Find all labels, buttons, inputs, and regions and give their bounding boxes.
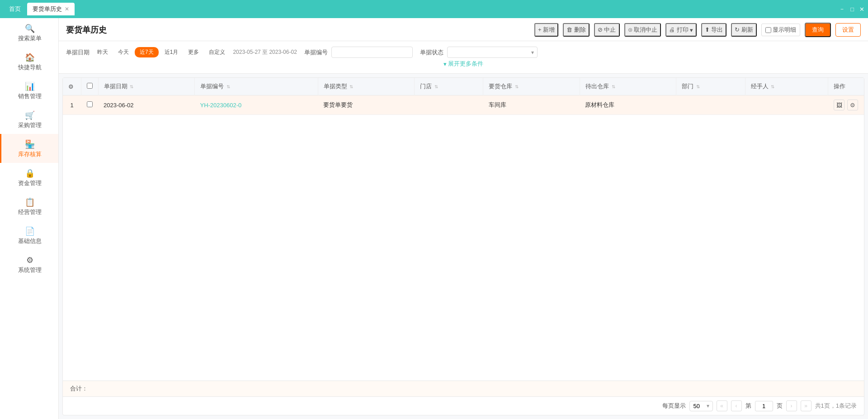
tab-home[interactable]: 首页 (4, 3, 26, 15)
date-btn-last1month[interactable]: 近1月 (160, 47, 183, 57)
filter-area: 单据日期 昨天 今天 近7天 近1月 更多 自定义 2023-05-27 至 2… (59, 41, 868, 74)
view-icon: 🖼 (836, 102, 842, 109)
tab-requisition-history-label: 要货单历史 (33, 5, 62, 13)
row-checkbox[interactable] (87, 101, 93, 107)
sidebar-item-sales[interactable]: 📊 销售管理 (0, 76, 58, 105)
display-detail-label: 显示明细 (773, 26, 796, 34)
sort-pending-warehouse-icon: ⇅ (612, 84, 615, 89)
doc-no-input[interactable] (331, 47, 413, 58)
settings-button[interactable]: 设置 (835, 23, 861, 37)
th-ops-label: 操作 (834, 83, 845, 90)
table-row: 1 2023-06-02 YH-20230602-0 要货单要货 车间库 原材料… (63, 95, 864, 115)
page-size-select-wrapper: 10 20 50 100 (689, 401, 713, 411)
th-doc-no-label: 单据编号 (200, 83, 224, 90)
sort-store-icon: ⇅ (434, 84, 438, 89)
th-doc-no[interactable]: 单据编号 ⇅ (194, 78, 318, 95)
th-store[interactable]: 门店 ⇅ (415, 78, 483, 95)
top-bar: 首页 要货单历史 ✕ － □ ✕ (0, 0, 868, 18)
row-view-btn[interactable]: 🖼 (834, 100, 844, 110)
display-detail-toggle[interactable]: 显示明细 (761, 24, 800, 36)
window-maximize-btn[interactable]: □ (850, 6, 854, 13)
export-button[interactable]: ⬆ 导出 (701, 23, 727, 37)
sys-mgmt-icon: ⚙ (26, 256, 33, 264)
status-label: 单据状态 (420, 48, 443, 57)
sort-doc-date-icon: ⇅ (130, 84, 133, 89)
date-btn-more[interactable]: 更多 (184, 47, 203, 57)
page-last-btn[interactable]: » (801, 400, 811, 411)
filter-row: 单据日期 昨天 今天 近7天 近1月 更多 自定义 2023-05-27 至 2… (66, 47, 861, 58)
data-table: ⚙ 单据日期 ⇅ 单据编号 ⇅ (63, 78, 864, 115)
date-filter-buttons: 昨天 今天 近7天 近1月 更多 自定义 (93, 47, 229, 57)
tab-close-icon[interactable]: ✕ (65, 6, 69, 12)
th-checkbox[interactable] (81, 78, 98, 95)
toolbar: + 新增 🗑 删除 ⊘ 中止 ⊙ 取消中止 🖨 打印 ▾ ⬆ 导出 ↻ 刷新 显… (534, 23, 861, 37)
window-close-btn[interactable]: ✕ (859, 6, 864, 13)
select-all-checkbox[interactable] (87, 83, 93, 89)
print-label: 🖨 打印 (669, 26, 689, 34)
page-size-select[interactable]: 10 20 50 100 (689, 401, 713, 411)
purchase-icon: 🛒 (25, 111, 35, 119)
sidebar-item-basic-info[interactable]: 📄 基础信息 (0, 221, 58, 250)
sidebar-item-search-menu[interactable]: 🔍 搜索菜单 (0, 18, 58, 47)
sidebar-item-operations[interactable]: 📋 经营管理 (0, 192, 58, 221)
sidebar-item-sys-mgmt[interactable]: ⚙ 系统管理 (0, 250, 58, 279)
th-doc-type-label: 单据类型 (324, 83, 347, 90)
page-title: 要货单历史 (66, 24, 534, 35)
basic-info-icon: 📄 (25, 227, 35, 235)
top-bar-right: － □ ✕ (839, 5, 864, 13)
page-input[interactable] (755, 401, 773, 411)
date-filter-group: 单据日期 昨天 今天 近7天 近1月 更多 自定义 2023-05-27 至 2… (66, 47, 297, 57)
sidebar-item-inventory-label: 库存核算 (18, 150, 42, 158)
date-btn-today[interactable]: 今天 (114, 47, 133, 57)
row-edit-btn[interactable]: ⚙ (847, 100, 858, 110)
th-req-warehouse[interactable]: 要货仓库 ⇅ (483, 78, 580, 95)
page-first-btn[interactable]: « (717, 400, 727, 411)
finance-icon: 🔒 (25, 169, 35, 177)
sidebar-item-purchase[interactable]: 🛒 采购管理 (0, 105, 58, 134)
status-select[interactable] (447, 47, 538, 58)
th-req-warehouse-label: 要货仓库 (489, 83, 512, 90)
window-minimize-btn[interactable]: － (839, 5, 845, 13)
expand-more-btn[interactable]: ▾ 展开更多条件 (66, 58, 861, 70)
row-checkbox-cell[interactable] (81, 95, 98, 115)
row-doc-no-link[interactable]: YH-20230602-0 (200, 102, 241, 109)
row-doc-no: YH-20230602-0 (194, 95, 318, 115)
doc-no-label: 单据编号 (304, 48, 328, 57)
th-department[interactable]: 部门 ⇅ (676, 78, 745, 95)
sidebar-item-basic-info-label: 基础信息 (18, 237, 42, 245)
sort-department-icon: ⇅ (696, 84, 700, 89)
stop-button[interactable]: ⊘ 中止 (594, 23, 620, 37)
th-handler[interactable]: 经手人 ⇅ (745, 78, 828, 95)
page-suffix: 页 (777, 402, 783, 410)
sort-doc-type-icon: ⇅ (349, 84, 353, 89)
edit-icon: ⚙ (850, 102, 855, 109)
display-detail-checkbox[interactable] (765, 27, 771, 33)
page-next-btn[interactable]: › (786, 400, 797, 411)
search-menu-icon: 🔍 (25, 24, 35, 33)
page-prev-btn[interactable]: ‹ (731, 400, 742, 411)
date-range-display: 2023-05-27 至 2023-06-02 (233, 48, 297, 56)
sidebar-item-quick-nav[interactable]: 🏠 快捷导航 (0, 47, 58, 76)
row-no: 1 (63, 95, 81, 115)
th-doc-type[interactable]: 单据类型 ⇅ (318, 78, 414, 95)
th-pending-warehouse[interactable]: 待出仓库 ⇅ (580, 78, 676, 95)
doc-no-filter-group: 单据编号 (304, 47, 413, 58)
print-button[interactable]: 🖨 打印 ▾ (665, 23, 697, 37)
date-btn-custom[interactable]: 自定义 (205, 47, 229, 57)
add-button[interactable]: + 新增 (534, 23, 558, 37)
row-handler (745, 95, 828, 115)
refresh-button[interactable]: ↻ 刷新 (731, 23, 757, 37)
th-handler-label: 经手人 (751, 83, 769, 90)
cancel-stop-button[interactable]: ⊙ 取消中止 (624, 23, 661, 37)
expand-more-label: 展开更多条件 (448, 60, 483, 68)
query-button[interactable]: 查询 (805, 23, 831, 37)
th-doc-date[interactable]: 单据日期 ⇅ (98, 78, 194, 95)
sidebar-item-sales-label: 销售管理 (18, 92, 42, 100)
delete-button[interactable]: 🗑 删除 (563, 23, 590, 37)
date-btn-last7[interactable]: 近7天 (135, 47, 159, 57)
th-settings[interactable]: ⚙ (63, 78, 81, 95)
sidebar-item-inventory[interactable]: 🏪 库存核算 (0, 134, 58, 163)
date-btn-yesterday[interactable]: 昨天 (93, 47, 112, 57)
tab-requisition-history[interactable]: 要货单历史 ✕ (27, 3, 75, 15)
sidebar-item-finance[interactable]: 🔒 资金管理 (0, 163, 58, 192)
